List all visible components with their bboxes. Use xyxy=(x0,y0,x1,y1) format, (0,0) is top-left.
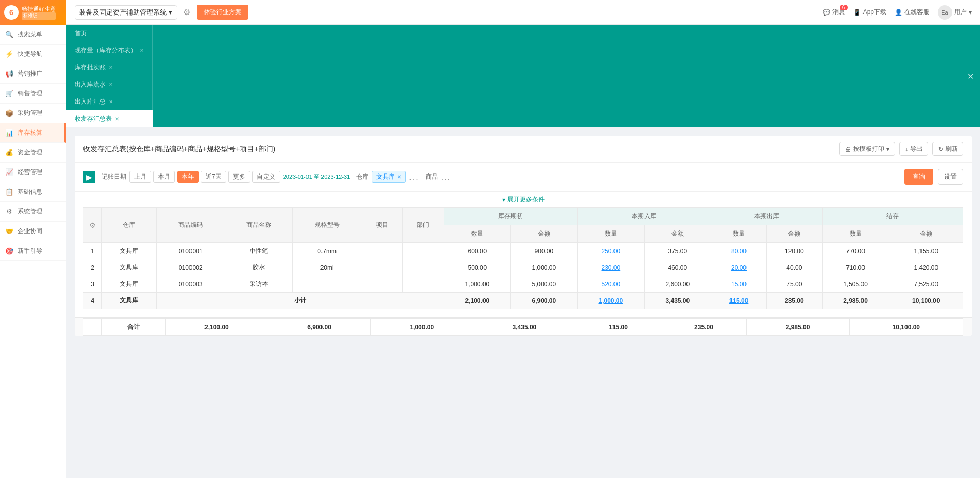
subtotal-in-qty-link[interactable]: 1,000.00 xyxy=(598,297,623,305)
cell-project xyxy=(361,243,403,259)
online-service-btn[interactable]: 👤 在线客服 xyxy=(895,8,929,17)
tab-close-in-out-summary[interactable]: ✕ xyxy=(109,99,113,105)
cell-closing-amt: 1,420.00 xyxy=(889,259,963,276)
filter-setting-btn[interactable]: 设置 xyxy=(938,169,963,185)
date-btn-更多[interactable]: 更多 xyxy=(228,171,250,183)
filter-toggle-btn[interactable]: ▶ xyxy=(83,171,95,183)
app-download-btn[interactable]: 📱 App下载 xyxy=(853,8,886,17)
th-settings[interactable]: ⚙ xyxy=(83,208,102,243)
page-header: 收发存汇总表(按仓库+商品编码+商品+规格型号+项目+部门) 🖨 按模板打印 ▾… xyxy=(75,136,972,163)
trial-btn[interactable]: 体验行业方案 xyxy=(197,5,248,20)
refresh-btn[interactable]: ↻ 刷新 xyxy=(932,142,963,156)
sidebar-label-quick-nav: 快捷导航 xyxy=(18,50,42,59)
page-header-actions: 🖨 按模板打印 ▾ ↓ 导出 ↻ 刷新 xyxy=(839,142,963,156)
tab-close-stock-dist[interactable]: ✕ xyxy=(140,48,144,53)
date-btn-本月[interactable]: 本月 xyxy=(153,171,175,183)
date-btn-近7天[interactable]: 近7天 xyxy=(201,171,226,183)
cell-warehouse: 文具库 xyxy=(102,259,157,276)
sidebar-item-purchase[interactable]: 📦 采购管理 xyxy=(0,104,66,123)
subtotal-num: 4 xyxy=(83,293,102,309)
tab-recv-send-summary[interactable]: 收发存汇总表✕ xyxy=(66,110,153,127)
sidebar-item-quick-nav[interactable]: ⚡ 快捷导航 xyxy=(0,45,66,64)
sidebar-item-marketing[interactable]: 📢 营销推广 xyxy=(0,64,66,84)
inventory-icon: 📊 xyxy=(5,129,13,137)
service-icon: 👤 xyxy=(895,9,902,16)
subtotal-in-amt: 3,435.00 xyxy=(644,293,711,309)
tab-home[interactable]: 首页 xyxy=(66,25,153,42)
system-select[interactable]: 装备及固定资产辅助管理系统 ▾ xyxy=(75,5,177,20)
date-btn-自定义[interactable]: 自定义 xyxy=(252,171,280,183)
user-chevron-icon: ▾ xyxy=(969,9,972,16)
total-row: 合计 2,100.00 6,900.00 1,000.00 3,435.00 1… xyxy=(83,319,963,336)
cell-goods-code: 0100003 xyxy=(156,276,225,293)
sidebar-item-system[interactable]: ⚙ 系统管理 xyxy=(0,202,66,222)
tab-batch-ledger[interactable]: 库存批次账✕ xyxy=(66,59,153,76)
out-qty-link[interactable]: 15.00 xyxy=(731,281,747,288)
table-settings-icon[interactable]: ⚙ xyxy=(89,221,96,229)
subtotal-out-qty-link[interactable]: 115.00 xyxy=(729,297,749,305)
total-closing-qty: 2,985.00 xyxy=(747,319,849,336)
warehouse-tag-close[interactable]: ✕ xyxy=(397,174,401,180)
sidebar-item-sales[interactable]: 🛒 销售管理 xyxy=(0,84,66,104)
cell-closing-amt: 7,525.00 xyxy=(889,276,963,293)
cell-goods-spec: 20ml xyxy=(293,259,361,276)
warehouse-tag[interactable]: 文具库 ✕ xyxy=(372,171,406,183)
date-btn-本年[interactable]: 本年 xyxy=(177,171,199,183)
cell-project xyxy=(361,259,403,276)
message-icon: 💬 xyxy=(823,9,830,16)
marketing-icon: 📢 xyxy=(5,70,13,78)
message-btn[interactable]: 💬 消息 6 xyxy=(823,8,845,17)
sidebar-nav: 🔍 搜索菜单 ⚡ 快捷导航 📢 营销推广 🛒 销售管理 📦 采购管理 📊 库存核… xyxy=(0,25,66,261)
tab-stock-dist[interactable]: 现存量（库存分布表）✕ xyxy=(66,42,153,59)
chevron-down-icon: ▾ xyxy=(169,8,172,16)
user-label: 用户 xyxy=(954,8,967,17)
search-icon: 🔍 xyxy=(5,31,13,39)
in-qty-link[interactable]: 520.00 xyxy=(602,281,621,288)
total-table: 合计 2,100.00 6,900.00 1,000.00 3,435.00 1… xyxy=(83,318,963,336)
in-qty-link[interactable]: 250.00 xyxy=(602,248,621,255)
tab-close-in-out-flow[interactable]: ✕ xyxy=(109,82,113,88)
page-card: 收发存汇总表(按仓库+商品编码+商品+规格型号+项目+部门) 🖨 按模板打印 ▾… xyxy=(75,136,972,336)
subtotal-in-qty: 1,000.00 xyxy=(577,293,644,309)
cell-goods-code: 0100002 xyxy=(156,259,225,276)
purchase-icon: 📦 xyxy=(5,109,13,118)
cell-closing-amt: 1,155.00 xyxy=(889,243,963,259)
out-qty-link[interactable]: 80.00 xyxy=(731,248,747,255)
sidebar: 6 畅捷通好生意 标准版 🔍 搜索菜单 ⚡ 快捷导航 📢 营销推广 🛒 销售管理… xyxy=(0,0,66,478)
content-area: 收发存汇总表(按仓库+商品编码+商品+规格型号+项目+部门) 🖨 按模板打印 ▾… xyxy=(66,127,980,478)
date-btn-上月[interactable]: 上月 xyxy=(129,171,151,183)
print-btn[interactable]: 🖨 按模板打印 ▾ xyxy=(839,142,895,156)
goods-more-btn[interactable]: ... xyxy=(441,172,451,182)
tab-close-recv-send-summary[interactable]: ✕ xyxy=(115,116,119,122)
query-btn[interactable]: 查询 xyxy=(904,169,933,185)
sidebar-item-enterprise[interactable]: 🤝 企业协同 xyxy=(0,222,66,241)
sidebar-item-basic[interactable]: 📋 基础信息 xyxy=(0,182,66,202)
warehouse-more-btn[interactable]: ... xyxy=(409,172,419,182)
export-btn[interactable]: ↓ 导出 xyxy=(899,142,928,156)
cell-goods-spec: 0.7mm xyxy=(293,243,361,259)
cell-in-qty: 520.00 xyxy=(577,276,644,293)
sidebar-item-business[interactable]: 📈 经营管理 xyxy=(0,163,66,182)
expand-more-btn[interactable]: ▾ 展开更多条件 xyxy=(75,192,972,207)
out-qty-link[interactable]: 20.00 xyxy=(731,264,747,271)
quick-nav-icon: ⚡ xyxy=(5,50,13,59)
close-all-tabs-btn[interactable]: ✕ xyxy=(961,67,980,85)
in-qty-link[interactable]: 230.00 xyxy=(602,264,621,271)
subtotal-label: 小计 xyxy=(156,293,444,309)
cell-out-amt: 120.00 xyxy=(767,243,822,259)
sidebar-item-search[interactable]: 🔍 搜索菜单 xyxy=(0,25,66,45)
data-table: ⚙ 仓库 商品编码 商品名称 规格型号 项目 部门 库存期初 本期入库 本期出库… xyxy=(83,207,963,309)
cell-closing-qty: 710.00 xyxy=(822,259,889,276)
gear-icon[interactable]: ⚙ xyxy=(183,7,191,17)
cell-closing-qty: 1,505.00 xyxy=(822,276,889,293)
th-group-out: 本期出库 xyxy=(711,208,822,225)
sidebar-item-inventory[interactable]: 📊 库存核算 xyxy=(0,123,66,143)
sidebar-item-guide[interactable]: 🎯 新手引导 xyxy=(0,241,66,261)
total-out-qty: 115.00 xyxy=(576,319,661,336)
sidebar-item-finance[interactable]: 💰 资金管理 xyxy=(0,143,66,163)
tab-in-out-summary[interactable]: 出入库汇总✕ xyxy=(66,93,153,110)
tab-close-batch-ledger[interactable]: ✕ xyxy=(109,65,113,70)
tab-in-out-flow[interactable]: 出入库流水✕ xyxy=(66,76,153,93)
cell-department xyxy=(402,259,444,276)
user-menu[interactable]: Ea 用户 ▾ xyxy=(938,5,972,20)
